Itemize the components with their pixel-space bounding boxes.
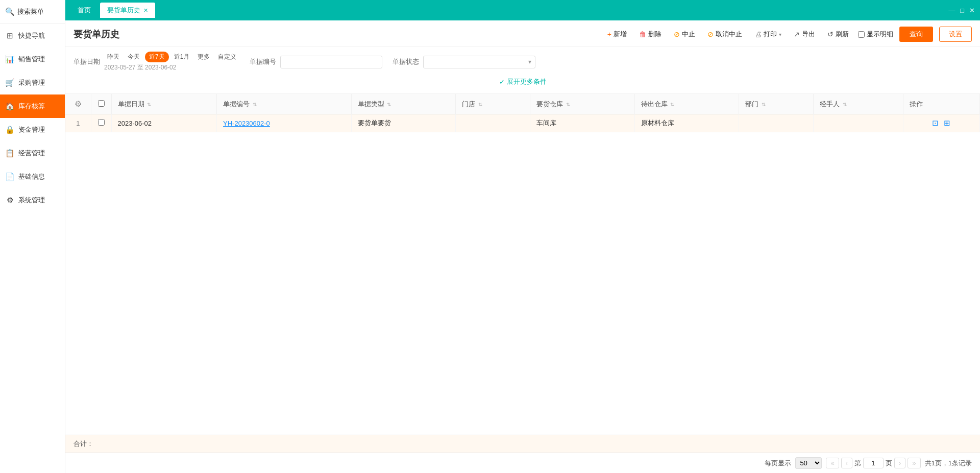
next-page-button[interactable]: › bbox=[894, 458, 905, 468]
sidebar-item-system[interactable]: ⚙系统管理 bbox=[0, 188, 65, 212]
status-select[interactable] bbox=[423, 56, 535, 68]
col-dept-sort[interactable]: ⇅ bbox=[762, 102, 766, 107]
query-button[interactable]: 查询 bbox=[899, 27, 933, 42]
finance-icon: 🔒 bbox=[5, 125, 14, 134]
date-custom[interactable]: 自定义 bbox=[215, 52, 239, 62]
prev-page-button[interactable]: ‹ bbox=[841, 458, 852, 468]
col-req-warehouse-label: 要货仓库 bbox=[536, 100, 563, 108]
sidebar-item-label: 基础信息 bbox=[18, 172, 45, 181]
date-filter-group: 单据日期 昨天 今天 近7天 近1月 更多 自定义 2023-05-27 至 2… bbox=[74, 52, 239, 72]
date-more[interactable]: 更多 bbox=[194, 52, 213, 62]
page-title: 要货单历史 bbox=[74, 28, 119, 40]
filter-row: 单据日期 昨天 今天 近7天 近1月 更多 自定义 2023-05-27 至 2… bbox=[74, 52, 972, 72]
col-handler-label: 经手人 bbox=[820, 100, 840, 108]
sidebar-item-label: 经营管理 bbox=[18, 149, 45, 158]
cancel-stop-button[interactable]: ⊘ 取消中止 bbox=[704, 28, 745, 41]
row-more-icon-0[interactable]: ⊞ bbox=[944, 119, 950, 127]
col-req-warehouse-sort[interactable]: ⇅ bbox=[566, 102, 570, 107]
stop-label: 中止 bbox=[682, 30, 695, 39]
column-settings-icon[interactable]: ⚙ bbox=[75, 100, 82, 108]
col-number-sort[interactable]: ⇅ bbox=[253, 102, 257, 107]
bill-number-input[interactable] bbox=[280, 56, 382, 68]
date-7days[interactable]: 近7天 bbox=[145, 52, 169, 62]
sidebar-item-label: 销售管理 bbox=[18, 55, 45, 64]
window-close-icon[interactable]: ✕ bbox=[969, 7, 975, 14]
ops-icon: 📋 bbox=[5, 149, 14, 158]
sidebar-item-label: 系统管理 bbox=[18, 196, 45, 205]
row-number-0: YH-20230602-0 bbox=[217, 114, 352, 132]
select-all-checkbox[interactable] bbox=[98, 100, 105, 107]
first-page-button[interactable]: « bbox=[826, 458, 839, 468]
bill-number-label: 单据编号 bbox=[250, 57, 276, 66]
cancel-stop-icon: ⊘ bbox=[707, 30, 714, 38]
col-date-sort[interactable]: ⇅ bbox=[147, 102, 151, 107]
requisition-table: ⚙ 单据日期 ⇅ 单据编号 ⇅ bbox=[65, 94, 980, 132]
date-yesterday[interactable]: 昨天 bbox=[104, 52, 122, 62]
expand-more-button[interactable]: ✓ 展开更多条件 bbox=[74, 75, 972, 88]
col-pending-warehouse-header: 待出仓库 ⇅ bbox=[634, 94, 739, 114]
window-minimize-icon[interactable]: — bbox=[948, 7, 955, 14]
topbar-right-controls: — □ ✕ bbox=[948, 7, 975, 14]
sidebar-item-purchase[interactable]: 🛒采购管理 bbox=[0, 71, 65, 94]
col-date-label: 单据日期 bbox=[118, 100, 144, 108]
col-type-sort[interactable]: ⇅ bbox=[387, 102, 391, 107]
last-page-button[interactable]: » bbox=[908, 458, 920, 468]
sidebar-item-finance[interactable]: 🔒资金管理 bbox=[0, 118, 65, 141]
page-nav: « ‹ 第 页 › » bbox=[826, 458, 920, 468]
status-label: 单据状态 bbox=[393, 57, 419, 66]
sidebar-search[interactable]: 🔍 搜索菜单 bbox=[0, 0, 65, 24]
sidebar-search-label: 搜索菜单 bbox=[17, 7, 44, 16]
row-ops-0: ⊡ ⊞ bbox=[903, 114, 979, 132]
refresh-button[interactable]: ↺ 刷新 bbox=[824, 28, 852, 41]
sidebar-item-base[interactable]: 📄基础信息 bbox=[0, 165, 65, 188]
system-icon: ⚙ bbox=[5, 196, 14, 205]
inventory-icon: 🏠 bbox=[5, 102, 14, 111]
sidebar-item-label: 快捷导航 bbox=[18, 31, 45, 40]
date-today[interactable]: 今天 bbox=[125, 52, 143, 62]
display-detail-checkbox[interactable] bbox=[858, 31, 865, 38]
col-pending-warehouse-sort[interactable]: ⇅ bbox=[670, 102, 674, 107]
print-label: 打印 bbox=[764, 30, 777, 39]
col-ops-header: 操作 bbox=[903, 94, 979, 114]
action-bar: + 新增 🗑 删除 ⊘ 中止 ⊘ 取消中止 🖨 打印 bbox=[604, 27, 972, 42]
add-label: 新增 bbox=[614, 30, 627, 39]
col-ops-label: 操作 bbox=[910, 100, 923, 108]
date-1month[interactable]: 近1月 bbox=[171, 52, 193, 62]
print-dropdown-icon: ▾ bbox=[779, 32, 781, 37]
current-page-input[interactable] bbox=[863, 458, 884, 468]
purchase-icon: 🛒 bbox=[5, 78, 14, 87]
export-button[interactable]: ↗ 导出 bbox=[791, 28, 818, 41]
row-number-link-0[interactable]: YH-20230602-0 bbox=[223, 120, 270, 127]
display-detail-toggle[interactable]: 显示明细 bbox=[858, 30, 893, 39]
sidebar-item-ops[interactable]: 📋经营管理 bbox=[0, 141, 65, 165]
per-page-label: 每页显示 bbox=[765, 459, 791, 468]
row-checkbox-0[interactable] bbox=[98, 119, 105, 126]
row-check-0 bbox=[91, 114, 111, 132]
tab-home-label: 首页 bbox=[78, 6, 91, 15]
add-button[interactable]: + 新增 bbox=[604, 28, 630, 41]
sales-icon: 📊 bbox=[5, 55, 14, 64]
tab-home[interactable]: 首页 bbox=[70, 3, 98, 18]
stop-button[interactable]: ⊘ 中止 bbox=[671, 28, 698, 41]
col-handler-header: 经手人 ⇅ bbox=[814, 94, 903, 114]
delete-button[interactable]: 🗑 删除 bbox=[636, 28, 665, 41]
print-button[interactable]: 🖨 打印 ▾ bbox=[751, 28, 785, 41]
sidebar-item-inventory[interactable]: 🏠库存核算 bbox=[0, 94, 65, 118]
window-maximize-icon[interactable]: □ bbox=[960, 7, 964, 14]
date-shortcuts: 昨天 今天 近7天 近1月 更多 自定义 2023-05-27 至 2023-0… bbox=[104, 52, 239, 72]
row-view-icon-0[interactable]: ⊡ bbox=[932, 119, 939, 127]
footer-sum: 合计： bbox=[65, 435, 980, 453]
base-icon: 📄 bbox=[5, 172, 14, 181]
per-page-select[interactable]: 10 20 50 100 bbox=[795, 457, 822, 469]
sidebar-item-quick-nav[interactable]: ⊞快捷导航 bbox=[0, 24, 65, 48]
sidebar-item-sales[interactable]: 📊销售管理 bbox=[0, 48, 65, 71]
tab-close-icon[interactable]: ✕ bbox=[143, 7, 148, 14]
setting-button[interactable]: 设置 bbox=[939, 27, 972, 42]
tab-requisition-history[interactable]: 要货单历史 ✕ bbox=[100, 3, 155, 18]
refresh-label: 刷新 bbox=[836, 30, 849, 39]
col-type-label: 单据类型 bbox=[358, 100, 384, 108]
col-handler-sort[interactable]: ⇅ bbox=[843, 102, 847, 107]
expand-more-label: 展开更多条件 bbox=[507, 77, 547, 86]
col-store-sort[interactable]: ⇅ bbox=[478, 102, 482, 107]
sidebar-item-label: 采购管理 bbox=[18, 78, 45, 87]
